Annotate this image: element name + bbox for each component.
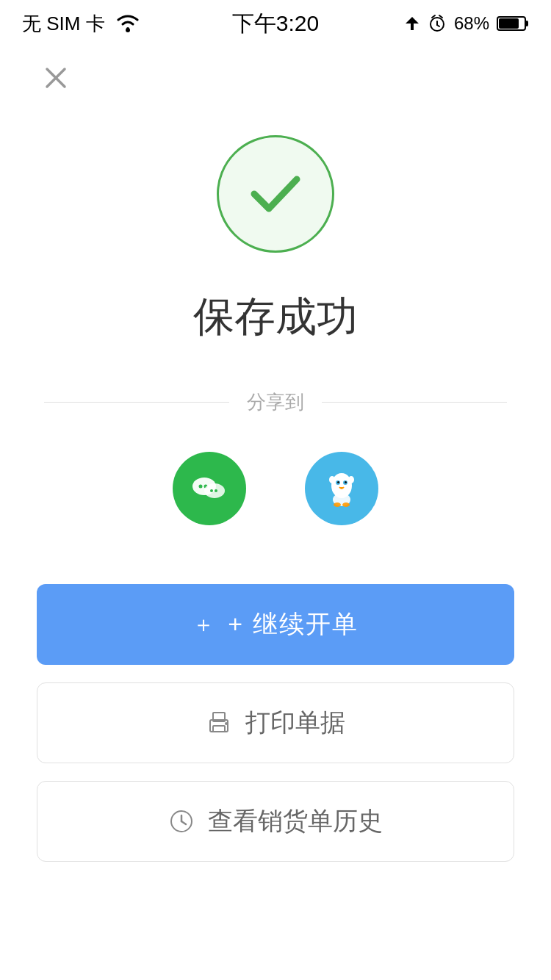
svg-point-25 — [334, 502, 341, 507]
svg-line-3 — [437, 25, 439, 26]
svg-rect-8 — [499, 18, 519, 29]
svg-point-26 — [342, 502, 350, 507]
qq-share-button[interactable] — [305, 452, 378, 525]
svg-point-30 — [225, 722, 228, 725]
print-button[interactable]: 打印单据 — [37, 682, 514, 763]
history-button[interactable]: 查看销货单历史 — [37, 781, 514, 862]
continue-icon: ＋ — [192, 610, 215, 640]
main-content: 保存成功 分享到 — [0, 47, 551, 862]
share-divider: 分享到 — [0, 389, 551, 415]
wifi-icon — [115, 14, 140, 33]
svg-line-33 — [181, 821, 186, 824]
svg-point-22 — [329, 476, 335, 483]
status-time: 下午3:20 — [232, 9, 319, 39]
print-label: 打印单据 — [245, 706, 345, 740]
success-circle — [217, 135, 334, 253]
divider-line-right — [322, 402, 507, 403]
svg-point-0 — [126, 28, 130, 32]
battery-percent: 68% — [454, 13, 489, 34]
qq-icon — [320, 466, 364, 511]
action-buttons: ＋ + 继续开单 打印单据 查看销货单历史 — [0, 584, 551, 862]
alarm-icon — [428, 14, 447, 33]
status-left: 无 SIM 卡 — [22, 11, 140, 37]
share-icons-row — [173, 452, 378, 525]
svg-point-23 — [348, 476, 354, 483]
status-right: 68% — [404, 13, 529, 34]
no-sim-label: 无 SIM 卡 — [22, 11, 105, 37]
svg-point-21 — [345, 481, 347, 483]
success-title: 保存成功 — [193, 289, 358, 345]
location-icon — [404, 15, 420, 32]
continue-label: + 继续开单 — [228, 608, 358, 641]
svg-point-12 — [199, 485, 203, 489]
continue-button[interactable]: ＋ + 继续开单 — [37, 584, 514, 665]
wechat-share-button[interactable] — [173, 452, 246, 525]
checkmark-icon — [242, 161, 309, 227]
status-bar: 无 SIM 卡 下午3:20 68% — [0, 0, 551, 47]
history-label: 查看销货单历史 — [208, 804, 383, 838]
svg-line-4 — [432, 15, 435, 18]
svg-line-5 — [439, 15, 442, 18]
printer-icon — [206, 710, 232, 736]
svg-point-16 — [215, 489, 217, 492]
divider-line-left — [44, 402, 229, 403]
close-button[interactable] — [37, 59, 75, 97]
svg-point-15 — [210, 489, 213, 492]
svg-rect-29 — [213, 726, 225, 732]
history-icon — [168, 808, 195, 835]
svg-point-20 — [337, 481, 339, 483]
share-label: 分享到 — [229, 389, 322, 415]
svg-rect-7 — [525, 21, 528, 26]
battery-icon — [497, 15, 529, 32]
wechat-icon — [188, 467, 231, 510]
